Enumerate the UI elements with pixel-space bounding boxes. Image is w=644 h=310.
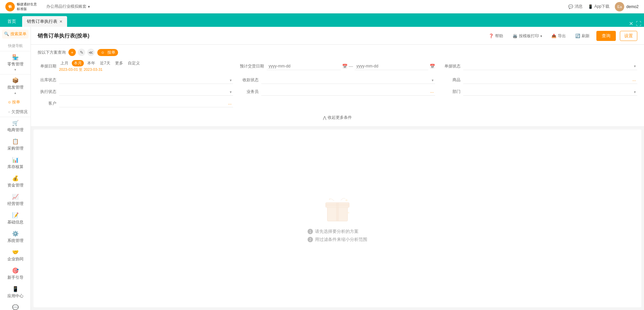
sidebar-item-operation[interactable]: 📈 经营管理 (0, 191, 31, 209)
svg-rect-3 (326, 204, 349, 206)
single-status-label: 单据状态 (442, 63, 461, 69)
tab-close-button[interactable]: ✕ (629, 20, 633, 27)
refresh-button[interactable]: 🔄 刷新 (573, 32, 592, 40)
page-header: 销售订单执行表(按单) ❓ 帮助 🖨️ 按模板打印 ▾ 📤 导出 🔄 刷新 (31, 27, 644, 45)
retail-icon: 🏪 (12, 54, 19, 60)
top-bar: 畅 畅捷通好生意 标准版 办公用品行业模拟账套 ▾ 💬 消息 📱 App下载 E… (0, 0, 644, 13)
collapse-button[interactable]: ⋀ 收起更多条件 (38, 113, 637, 122)
wxwork-icon: 💬 (12, 304, 19, 310)
date-tab-last7[interactable]: 近7天 (99, 60, 112, 66)
home-tab-label: 首页 (7, 18, 16, 24)
search-icon: 🔍 (4, 32, 9, 36)
ecommerce-icon: 🛒 (12, 120, 19, 126)
date-tab-this-year[interactable]: 本年 (86, 60, 97, 66)
sidebar-item-inventory[interactable]: 📊 库存核算 (0, 154, 31, 172)
enterprise-icon: 🤝 (12, 249, 19, 255)
collect-status-select-wrap: ▾ (261, 76, 435, 84)
system-icon: ⚙️ (12, 230, 19, 237)
dept-select[interactable] (463, 88, 637, 96)
date-tab-this-month[interactable]: 本月 (72, 60, 84, 66)
search-menu-label: 搜索菜单 (10, 32, 26, 36)
empty-tip-1-text: 请先选择要分析的方案 (315, 228, 359, 235)
chevron-up-icon: ▲ (14, 91, 17, 95)
scheme-collapse-button[interactable]: ≪ (87, 49, 95, 56)
avatar: Ea (615, 2, 624, 11)
scheme-press-icon: ⊙ (100, 50, 105, 55)
collect-status-label: 收款状态 (240, 77, 259, 83)
customer-input[interactable] (59, 100, 233, 107)
message-button[interactable]: 💬 消息 (568, 4, 583, 9)
print-button[interactable]: 🖨️ 按模板打印 ▾ (510, 32, 545, 40)
filter-row-goods: 商品 ··· (442, 76, 637, 84)
expected-date-range: 📅 — 📅 (267, 62, 435, 70)
sidebar-item-system[interactable]: ⚙️ 系统管理 (0, 228, 31, 246)
date-tab-custom[interactable]: 自定义 (126, 60, 141, 66)
tab-home[interactable]: 首页 (3, 16, 21, 27)
press-label: 按单 (12, 99, 20, 105)
single-status-select[interactable] (463, 62, 637, 70)
breadcrumb-arrow[interactable]: ▾ (88, 4, 90, 9)
sidebar-item-retail[interactable]: 🏪 零售管理 ▼ (0, 51, 31, 74)
empty-tip-1: 1 请先选择要分析的方案 (308, 228, 367, 235)
filter-row-date: 单据日期 上月 本月 本年 近7天 更多 自定义 2023-03-01 至 20… (38, 60, 233, 72)
goods-dots-icon[interactable]: ··· (632, 78, 636, 83)
filter-grid: 单据日期 上月 本月 本年 近7天 更多 自定义 2023-03-01 至 20… (38, 60, 637, 107)
sidebar-label-system: 系统管理 (7, 238, 23, 244)
salesman-input[interactable] (261, 88, 435, 96)
sidebar-item-enterprise[interactable]: 🤝 企业协同 (0, 246, 31, 265)
tab-sales-order[interactable]: 销售订单执行表 ✕ (22, 16, 67, 27)
tab-actions: ✕ ⛶ (629, 20, 644, 27)
print-icon: 🖨️ (513, 34, 518, 38)
scheme-add-button[interactable]: + (68, 49, 76, 56)
user-area[interactable]: Ea demo2 (615, 2, 639, 11)
owed-icon: ○ (8, 110, 10, 114)
sidebar-item-purchase[interactable]: 📋 采购管理 (0, 136, 31, 154)
search-menu-button[interactable]: 🔍 搜索菜单 (2, 30, 29, 39)
collect-status-select[interactable] (261, 76, 435, 84)
help-icon: ❓ (489, 34, 494, 38)
sidebar-label-wholesale: 批发管理 (7, 85, 23, 90)
filter-area: 按以下方案查询 + ✎ ≪ ⊙ 按单 单据日期 上 (31, 45, 644, 127)
sidebar-label-inventory: 库存核算 (7, 164, 23, 170)
sidebar-item-finance[interactable]: 💰 资金管理 (0, 172, 31, 191)
goods-input[interactable] (463, 76, 637, 84)
date-tab-last-month[interactable]: 上月 (59, 60, 70, 66)
salesman-dots-icon[interactable]: ··· (430, 89, 434, 94)
out-status-select[interactable] (59, 76, 233, 84)
sidebar-item-newguide[interactable]: 🎯 新手引导 (0, 265, 31, 283)
scheme-press[interactable]: ⊙ 按单 (97, 49, 118, 56)
basic-icon: 📝 (12, 212, 19, 218)
empty-tips: 1 请先选择要分析的方案 2 用过滤条件来缩小分析范围 (308, 228, 367, 243)
exec-status-select[interactable] (59, 88, 233, 96)
search-button[interactable]: 查询 (596, 31, 616, 41)
calendar-icon-start[interactable]: 📅 (342, 64, 347, 69)
tab-close-icon[interactable]: ✕ (59, 19, 62, 24)
help-button[interactable]: ❓ 帮助 (486, 32, 506, 40)
main-container: 🔍 搜索菜单 快捷导航 🏪 零售管理 ▼ 📦 批发管理 ▲ ⊙ (0, 27, 644, 310)
sidebar-item-wxwork[interactable]: 💬 企业微信 (0, 302, 31, 310)
export-button[interactable]: 📤 导出 (549, 32, 569, 40)
top-bar-left: 畅 畅捷通好生意 标准版 办公用品行业模拟账套 ▾ (5, 2, 90, 11)
purchase-icon: 📋 (12, 138, 19, 145)
scheme-press-label: 按单 (107, 50, 115, 55)
customer-dots-icon[interactable]: ··· (228, 101, 232, 106)
expected-date-end[interactable] (355, 62, 429, 70)
sidebar-item-owed[interactable]: ○ 欠货情况 (3, 107, 31, 117)
expected-date-start[interactable] (267, 62, 341, 70)
sidebar-item-wholesale[interactable]: 📦 批发管理 ▲ (0, 74, 31, 97)
salesman-input-wrap: ··· (261, 88, 435, 96)
refresh-label: 刷新 (582, 33, 590, 39)
sidebar-item-ecommerce[interactable]: 🛒 电商管理 (0, 117, 31, 136)
app-download-button[interactable]: 📱 App下载 (588, 4, 609, 9)
sidebar-item-press[interactable]: ⊙ 按单 (3, 97, 31, 107)
scheme-edit-button[interactable]: ✎ (78, 49, 85, 56)
export-label: 导出 (558, 33, 566, 39)
empty-tip-2: 2 用过滤条件来缩小分析范围 (308, 237, 367, 243)
sidebar-item-appstore[interactable]: 📱 应用中心 (0, 283, 31, 302)
settings-button[interactable]: 设置 (620, 31, 637, 41)
tab-fullscreen-button[interactable]: ⛶ (636, 21, 641, 27)
sidebar-item-basic[interactable]: 📝 基础信息 (0, 209, 31, 228)
date-tab-more[interactable]: 更多 (114, 60, 124, 66)
user-name: demo2 (626, 4, 639, 9)
calendar-icon-end[interactable]: 📅 (430, 64, 435, 69)
